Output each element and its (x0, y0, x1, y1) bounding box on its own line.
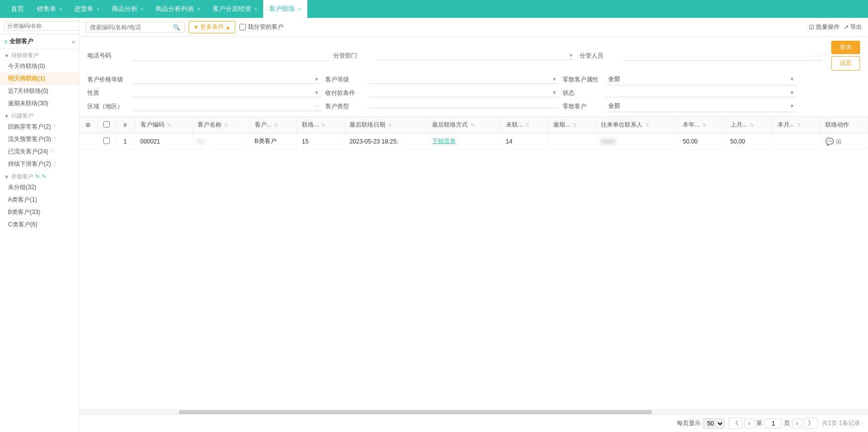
nav-tab-customer-segment[interactable]: 客户分层经营 × (207, 0, 263, 18)
sidebar-item-class-a[interactable]: A类客户(1) (0, 194, 79, 206)
row-name[interactable]: Ea (192, 134, 249, 149)
th-contacts[interactable]: 联络... ⇅ (297, 117, 345, 134)
close-contact-tab[interactable]: × (298, 6, 301, 12)
filter-nature-select[interactable]: ▼ (131, 88, 321, 97)
th-unit-contacts[interactable]: 往来单位联系人 ⇅ (595, 117, 677, 134)
sidebar: 🔍 ≡ 全部客户 « ▼ 待联络客户 今天待联络(0) 明天待联络(1) 近7天… (0, 18, 79, 432)
filter-dept-select[interactable]: ▼ (377, 51, 575, 60)
help-icon-repurchase: ? (53, 124, 56, 130)
close-purchase-tab[interactable]: × (96, 6, 99, 12)
query-btn[interactable]: 查询 (831, 41, 860, 54)
filter-customer-type-select[interactable] (369, 105, 559, 108)
filter-price-grade-select[interactable]: ▼ (131, 75, 321, 84)
close-segment-tab[interactable]: × (254, 6, 257, 12)
th-last-date[interactable]: 最后联络日期 ⇅ (344, 117, 427, 134)
filter-customer-type-label: 客户类型 (325, 102, 365, 111)
sidebar-item-ungrouped[interactable]: 未分组(32) (0, 181, 79, 194)
th-this-month[interactable]: 本月... ⇅ (773, 117, 820, 134)
sidebar-item-week-contact[interactable]: 近7天待联络(0) (0, 85, 79, 97)
th-type[interactable]: 客户... ⇅ (249, 117, 297, 134)
page-input[interactable] (764, 419, 782, 429)
sidebar-item-overdue-contact[interactable]: 逾期未联络(30) (0, 97, 79, 110)
close-analysis-list-tab[interactable]: × (197, 6, 200, 12)
close-sales-tab[interactable]: × (59, 6, 62, 12)
select-all-checkbox[interactable] (103, 121, 110, 128)
sidebar-collapse-icon[interactable]: « (72, 39, 75, 45)
prev-page-btn[interactable]: ‹ (744, 419, 754, 429)
sidebar-item-churn-warning[interactable]: 流失预警客户(3) ? (0, 133, 79, 145)
last-way-link[interactable]: 下销货单 (432, 138, 456, 144)
action-chat-icon[interactable]: 💬 (825, 138, 834, 145)
row-code[interactable]: 000021 (135, 134, 192, 149)
per-page-select[interactable]: 50 (703, 418, 724, 429)
th-overdue[interactable]: 逾期... ⇅ (548, 117, 596, 134)
filter-payment-select[interactable]: ▼ (369, 88, 559, 97)
close-analysis-tab[interactable]: × (141, 6, 144, 12)
filter-customer-grade: 客户等级 ▼ (325, 75, 559, 84)
nav-home[interactable]: 首页 (4, 0, 31, 18)
batch-op-btn[interactable]: ☑ 批量操作 (809, 23, 840, 31)
filter-phone-input[interactable] (131, 51, 329, 61)
nav-tab-purchase[interactable]: 进货单 × (68, 0, 105, 18)
action-grid-icon[interactable]: ⊞ (836, 138, 842, 145)
sidebar-item-declining[interactable]: 持续下滑客户(2) ? (0, 158, 79, 170)
nav-tab-sales[interactable]: 销售单 × (31, 0, 68, 18)
sort-unit-contacts-icon: ⇅ (645, 122, 649, 128)
last-page-btn[interactable]: 》 (804, 418, 818, 429)
retail-attr-dropdown-icon: ▼ (790, 76, 795, 82)
reset-btn[interactable]: 设置 (831, 56, 860, 71)
person-more-btn[interactable]: ··· (815, 53, 819, 59)
filter-person-label: 分管人员 (579, 52, 619, 60)
th-settings[interactable]: ⚙ (79, 117, 97, 134)
sidebar-section-value[interactable]: ▼ 价值客户 ↻ ✎ (0, 170, 79, 181)
export-btn[interactable]: ↗ 导出 (844, 23, 862, 31)
sidebar-item-churned[interactable]: 已流失客户(24) ? (0, 145, 79, 158)
filter-retail-attr-select[interactable]: 全部 ▼ (606, 73, 796, 85)
first-page-btn[interactable]: 《 (728, 418, 742, 429)
sidebar-section-problem[interactable]: ▼ 问题客户 (0, 110, 79, 121)
sidebar-section-pending[interactable]: ▼ 待联络客户 (0, 49, 79, 60)
row-this-year: 50.00 (677, 134, 725, 149)
row-checkbox[interactable] (103, 138, 110, 144)
sidebar-item-class-c[interactable]: C类客户(6) (0, 218, 79, 231)
filter-phone: 电话号码 (87, 51, 329, 61)
sidebar-item-repurchase-abnormal[interactable]: 回购异常客户(2) ? (0, 121, 79, 133)
my-customers-checkbox[interactable] (239, 24, 246, 30)
sort-last-way-icon: ⇅ (470, 122, 474, 128)
filter-retail-customer-select[interactable]: 全部 ▼ (606, 100, 796, 112)
my-customers-check[interactable]: 我分管的客户 (239, 23, 284, 31)
search-icon[interactable]: 🔍 (173, 24, 180, 31)
filter-customer-grade-select[interactable]: ▼ (369, 75, 559, 84)
nav-tab-analysis[interactable]: 商品分析 × (106, 0, 149, 18)
sort-uncontacted-icon: ⇅ (525, 122, 529, 128)
nav-tab-customer-contact[interactable]: 客户联络 × (263, 0, 307, 18)
th-this-year[interactable]: 本年... ⇅ (677, 117, 725, 134)
th-check[interactable] (97, 117, 115, 134)
filter-status-select[interactable]: ▼ (606, 88, 796, 97)
more-filter-btn[interactable]: ▼ 更多条件 ▲ (189, 21, 235, 33)
sidebar-all-customers[interactable]: ≡ 全部客户 « (0, 34, 79, 49)
sidebar-item-tomorrow-contact[interactable]: 明天待联络(1) (0, 72, 79, 85)
th-uncontacted[interactable]: 未联... ⇅ (501, 117, 548, 134)
th-name[interactable]: 客户名称 ⇅ (192, 117, 249, 134)
th-code[interactable]: 客户编码 ⇅ (135, 117, 192, 134)
help-icon-churn-warning: ? (53, 137, 56, 142)
filter-region-select[interactable]: ··· (131, 102, 321, 111)
sidebar-item-class-b[interactable]: B类客户(33) (0, 206, 79, 218)
search-input[interactable] (90, 24, 173, 31)
filter-person-select[interactable]: ··· (623, 51, 821, 61)
th-last-way[interactable]: 最后联络方式 ⇅ (427, 117, 501, 134)
payment-dropdown-icon: ▼ (552, 90, 557, 95)
next-page-btn[interactable]: › (792, 419, 802, 429)
nav-tab-analysis-list[interactable]: 商品分析列表 × (149, 0, 206, 18)
value-refresh-icon[interactable]: ↻ (35, 173, 40, 180)
row-last-way[interactable]: 下销货单 (427, 134, 501, 149)
sidebar-search-input[interactable] (4, 21, 79, 31)
value-edit-icon[interactable]: ✎ (42, 173, 46, 180)
row-check[interactable] (97, 134, 115, 149)
sort-last-date-icon: ⇅ (388, 122, 392, 128)
th-last-month[interactable]: 上月... ⇅ (725, 117, 773, 134)
sidebar-item-today-contact[interactable]: 今天待联络(0) (0, 60, 79, 72)
horizontal-scroll[interactable] (79, 409, 868, 414)
region-more-btn[interactable]: ··· (315, 103, 319, 109)
